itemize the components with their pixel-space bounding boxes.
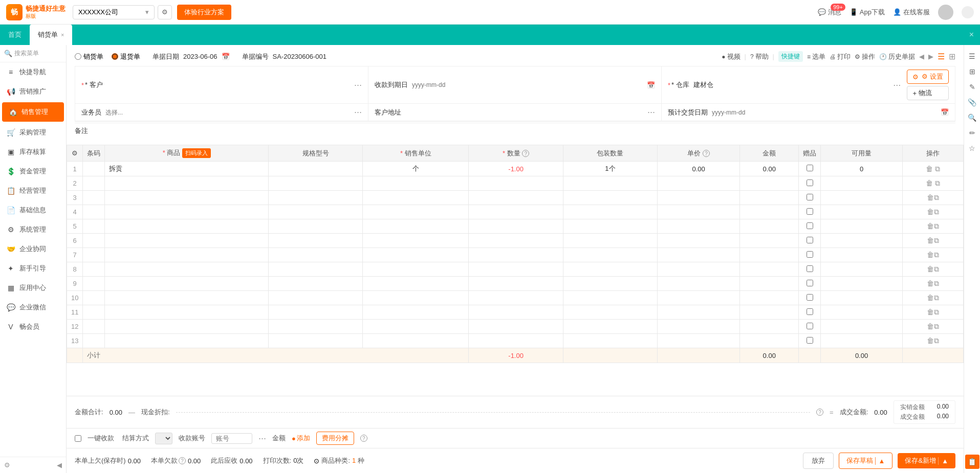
row-11-delete-icon[interactable]: 🗑: [927, 308, 934, 316]
shortcut-btn[interactable]: 快捷键: [778, 51, 803, 62]
sidebar-item-members[interactable]: V 畅会员: [0, 317, 66, 336]
radio-sale-input[interactable]: [75, 53, 81, 60]
settings-button[interactable]: ⚙: [158, 5, 172, 19]
row-7-copy-icon[interactable]: ⧉: [934, 251, 939, 259]
row-1-product[interactable]: 拆贡: [105, 162, 269, 176]
prev-icon[interactable]: ◀: [919, 53, 924, 60]
product-type-circle[interactable]: ⊙: [314, 457, 319, 465]
history-btn[interactable]: 🕐 历史单据: [879, 52, 915, 61]
right-panel-btn-8[interactable]: 📋: [965, 455, 979, 469]
video-btn[interactable]: ● 视频: [722, 52, 740, 61]
fee-split-button[interactable]: 费用分摊: [316, 432, 354, 445]
row-2-gift[interactable]: [799, 176, 821, 191]
calendar-icon[interactable]: 📅: [222, 53, 230, 60]
row-2-pkg[interactable]: [563, 176, 657, 191]
row-1-spec[interactable]: [269, 162, 363, 176]
sidebar-item-purchase[interactable]: 🛒 采购管理: [0, 123, 66, 142]
tab-sales-order[interactable]: 销货单 ×: [30, 25, 72, 45]
sidebar-item-guide[interactable]: ✦ 新手引导: [0, 259, 66, 278]
right-panel-btn-7[interactable]: ☆: [965, 141, 979, 155]
help-btn[interactable]: ? 帮助: [750, 52, 769, 61]
row-2-amount[interactable]: [740, 176, 799, 191]
one-click-checkbox[interactable]: [75, 435, 81, 442]
row-1-price[interactable]: 0.00: [657, 162, 740, 176]
sidebar-search[interactable]: 🔍 搜索菜单: [0, 45, 66, 62]
row-8-copy-icon[interactable]: ⧉: [934, 265, 939, 273]
row-10-delete-icon[interactable]: 🗑: [927, 294, 934, 302]
sidebar-item-inventory[interactable]: ▣ 库存核算: [0, 142, 66, 162]
warehouse-dots[interactable]: ···: [893, 80, 901, 91]
price-help-icon[interactable]: ?: [703, 150, 710, 157]
logistics-button[interactable]: + 物流: [907, 86, 949, 100]
row-5-delete-icon[interactable]: 🗑: [927, 222, 934, 230]
row-8-delete-icon[interactable]: 🗑: [927, 265, 934, 273]
user-avatar2[interactable]: [962, 6, 974, 18]
nav-close-button[interactable]: ×: [969, 30, 974, 39]
row-2-gift-checkbox[interactable]: [807, 179, 813, 186]
row-1-gift-checkbox[interactable]: [807, 165, 813, 171]
right-panel-btn-5[interactable]: 🔍: [965, 110, 979, 125]
row-1-gift[interactable]: [799, 162, 821, 176]
list-view-icon[interactable]: ☰: [938, 52, 945, 61]
row-9-copy-icon[interactable]: ⧉: [934, 279, 939, 287]
row-2-product[interactable]: [105, 176, 269, 191]
right-panel-btn-2[interactable]: ⊞: [965, 64, 979, 79]
sidebar-item-quick-nav[interactable]: ≡ 快捷导航: [0, 62, 66, 82]
row-6-delete-icon[interactable]: 🗑: [927, 236, 934, 244]
row-2-delete-icon[interactable]: 🗑: [926, 179, 933, 187]
discard-button[interactable]: 放弃: [803, 453, 834, 469]
sidebar-item-operations[interactable]: 📋 经营管理: [0, 181, 66, 200]
save-new-button[interactable]: 保存&新增 ▲: [898, 453, 955, 468]
row-10-copy-icon[interactable]: ⧉: [934, 294, 939, 302]
sidebar-item-wechat[interactable]: 💬 企业微信: [0, 298, 66, 317]
next-icon[interactable]: ▶: [928, 53, 933, 60]
due-date-input[interactable]: [412, 81, 647, 88]
row-9-delete-icon[interactable]: 🗑: [927, 279, 934, 287]
app-download-button[interactable]: 📱 App下载: [850, 8, 885, 17]
trial-button[interactable]: 体验行业方案: [177, 5, 231, 20]
salesperson-input[interactable]: [105, 109, 354, 116]
row-2-copy-icon[interactable]: ⧉: [935, 179, 940, 187]
scan-button[interactable]: 扫码录入: [182, 148, 211, 158]
radio-sale[interactable]: 销货单: [75, 52, 103, 61]
discount-help-icon[interactable]: ?: [816, 409, 823, 416]
sidebar-settings-icon[interactable]: ⚙: [4, 461, 10, 469]
customer-dots[interactable]: ···: [354, 80, 362, 91]
operation-btn[interactable]: ⚙ 操作: [855, 52, 875, 61]
user-avatar[interactable]: [938, 5, 953, 20]
sidebar-item-basics[interactable]: 📄 基础信息: [0, 200, 66, 220]
row-2-spec[interactable]: [269, 176, 363, 191]
right-panel-btn-1[interactable]: ☰: [965, 49, 979, 63]
row-4-delete-icon[interactable]: 🗑: [927, 208, 934, 216]
row-4-copy-icon[interactable]: ⧉: [934, 208, 939, 216]
add-payment-button[interactable]: ● 添加: [292, 434, 310, 443]
row-1-pkg-qty[interactable]: 1个: [563, 162, 657, 176]
select-btn[interactable]: ≡ 选单: [807, 52, 825, 61]
customer-addr-dots[interactable]: ···: [647, 107, 655, 118]
row-12-delete-icon[interactable]: 🗑: [927, 322, 934, 330]
radio-return[interactable]: 退货单: [112, 52, 140, 61]
debit-help-icon[interactable]: ?: [179, 457, 186, 464]
row-2-barcode[interactable]: [83, 176, 105, 191]
expected-date-input[interactable]: [712, 109, 941, 116]
grid-view-icon[interactable]: ⊞: [949, 52, 955, 61]
row-1-delete-icon[interactable]: 🗑: [926, 165, 933, 173]
payment-method-select[interactable]: [155, 433, 172, 444]
salesperson-dots[interactable]: ···: [354, 107, 362, 118]
col-settings-header[interactable]: ⚙: [67, 145, 83, 162]
row-1-barcode[interactable]: [83, 162, 105, 176]
right-panel-btn-6[interactable]: ✏: [965, 126, 979, 140]
tab-home[interactable]: 首页: [0, 25, 30, 45]
qty-help-icon[interactable]: ?: [522, 150, 529, 157]
tab-close-icon[interactable]: ×: [61, 32, 64, 38]
customer-input[interactable]: [107, 79, 354, 91]
company-selector[interactable]: XXXXXX公司 ▾: [73, 5, 155, 19]
sidebar-item-sales[interactable]: 🏠 销售管理: [2, 102, 64, 122]
account-input[interactable]: [211, 433, 252, 444]
online-service-button[interactable]: 👤 在线客服: [893, 8, 930, 17]
sidebar-item-system[interactable]: ⚙ 系统管理: [0, 220, 66, 239]
right-panel-btn-3[interactable]: ✎: [965, 80, 979, 94]
row-2-qty[interactable]: [469, 176, 563, 191]
row-3-delete-icon[interactable]: 🗑: [927, 193, 934, 201]
row-12-copy-icon[interactable]: ⧉: [934, 322, 939, 330]
